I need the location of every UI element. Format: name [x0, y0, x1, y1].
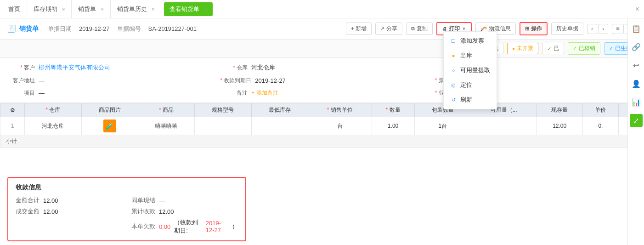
- amount-row: 金额合计 12.00: [16, 196, 122, 205]
- col-settings[interactable]: ⚙: [0, 103, 25, 117]
- date-label: 单据日期: [48, 25, 72, 33]
- next-button[interactable]: ›: [598, 24, 608, 34]
- col-product: 商品: [138, 103, 194, 117]
- warehouse-row: 仓库 河北仓库: [220, 63, 424, 72]
- window-close-button[interactable]: ×: [635, 5, 639, 13]
- same-order-value: —: [159, 197, 165, 204]
- sidebar-expand-icon[interactable]: ⤢: [630, 114, 643, 127]
- add-invoice-icon: ☐: [450, 38, 457, 44]
- row-image: 🧪: [81, 117, 138, 135]
- tab-sales[interactable]: 销货单 ×: [72, 0, 110, 18]
- project-label: 项目: [7, 89, 35, 97]
- menu-available-qty[interactable]: ○ 可用量提取: [444, 63, 497, 78]
- tab-history-close[interactable]: ×: [152, 6, 154, 12]
- menu-locate-label: 定位: [460, 81, 472, 89]
- locate-icon: ◎: [450, 82, 457, 88]
- copy-button[interactable]: ⧉ 复制: [406, 23, 433, 35]
- date-value: 2019-12-27: [79, 25, 110, 32]
- menu-outbound-label: 出库: [460, 51, 472, 60]
- deal-amount-label: 成交金额: [16, 207, 40, 216]
- tab-inventory-label: 库存期初: [34, 5, 57, 13]
- form-area: 客户 柳州粤港平安气体有限公司 仓库 河北仓库 业务员 演示账号 客户地址 — …: [0, 58, 644, 103]
- deal-amount-value: 12.00: [43, 208, 58, 215]
- refresh-icon: ↺: [450, 97, 457, 103]
- tab-home[interactable]: 首页: [4, 0, 27, 18]
- same-order-label: 同单现结: [131, 196, 155, 205]
- subtotal-row: 小计: [0, 135, 644, 148]
- col-qty: 数量: [372, 103, 414, 117]
- menu-refresh-label: 刷新: [460, 96, 472, 104]
- list-view-button[interactable]: ≡: [612, 24, 624, 34]
- sidebar-user-icon[interactable]: 👤: [630, 77, 643, 90]
- tab-history[interactable]: 销货单历史 ×: [111, 0, 161, 18]
- operations-button[interactable]: ⊞ 操作: [520, 22, 548, 35]
- payment-info-title: 收款信息: [16, 183, 238, 192]
- accumulated-value: 12.00: [159, 208, 174, 215]
- project-row: 项目 —: [7, 89, 211, 97]
- sidebar-chart-icon[interactable]: 📊: [630, 96, 643, 108]
- accumulated-row: 累计收款 12.00: [131, 207, 238, 216]
- row-spec: [195, 117, 251, 135]
- share-button[interactable]: ↗ 分享: [375, 23, 402, 35]
- row-pack-qty: 1台: [414, 117, 471, 135]
- col-image: 商品图片: [81, 103, 138, 117]
- amount-label: 金额合计: [16, 196, 40, 205]
- row-qty: 1.00: [372, 117, 414, 135]
- sidebar-link-icon[interactable]: 🔗: [630, 40, 643, 53]
- operations-label: 操作: [531, 25, 542, 33]
- tab-inventory-close[interactable]: ×: [62, 6, 65, 12]
- history-label: 历史单据: [556, 25, 578, 33]
- prev-button[interactable]: ‹: [587, 24, 597, 34]
- arrears-due-date: 2019-12-27: [206, 220, 228, 234]
- check-label: 已: [554, 45, 559, 52]
- tab-history-label: 销货单历史: [117, 5, 147, 13]
- tab-inventory[interactable]: 库存期初 ×: [27, 0, 72, 18]
- not-open-button[interactable]: ● 未开票: [507, 43, 538, 54]
- right-sidebar: 📋 🔗 ↩ 👤 📊 ⤢: [627, 18, 644, 245]
- menu-add-invoice[interactable]: ☐ 添加发票: [444, 34, 497, 48]
- tab-view-sales-close[interactable]: ×: [204, 6, 207, 12]
- table-header-row: ⚙ 仓库 商品图片 商品 规格型号 最低库存 销售单位 数量 包装数量 可用量（…: [0, 103, 644, 117]
- sidebar-return-icon[interactable]: ↩: [630, 59, 643, 72]
- add-note-label: + 添加备注: [251, 89, 278, 97]
- row-min-stock: [251, 117, 308, 135]
- row-num: 1: [0, 117, 25, 135]
- menu-refresh[interactable]: ↺ 刷新: [444, 92, 497, 107]
- doc-type: 🧾 销货单: [7, 24, 39, 33]
- subtotal-label: 小计: [0, 135, 644, 148]
- menu-locate[interactable]: ◎ 定位: [444, 78, 497, 92]
- customer-value[interactable]: 柳州粤港平安气体有限公司: [39, 63, 110, 72]
- due-date-value: 2019-12-27: [255, 77, 286, 84]
- copy-label: 复制: [417, 25, 428, 33]
- row-warehouse: 河北仓库: [25, 117, 81, 135]
- product-image: 🧪: [103, 120, 116, 132]
- menu-outbound[interactable]: ● 出库: [444, 48, 497, 63]
- arrears-label: 本单欠款: [131, 222, 155, 231]
- row-current-stock: 12.00: [537, 117, 583, 135]
- second-toolbar: 📱 来自手机 ● 未开票 ✓ 已 ✓ 已核销 ✓ 已生效: [0, 40, 644, 58]
- tab-bar: 首页 库存期初 × 销货单 × 销货单历史 × 查看销货单 × ×: [0, 0, 644, 18]
- history-button[interactable]: 历史单据: [551, 23, 583, 35]
- col-unit-price: 单价: [583, 103, 619, 117]
- menu-add-invoice-label: 添加发票: [460, 37, 484, 45]
- sold-out-label: 已核销: [579, 45, 595, 52]
- new-button[interactable]: + 新增: [346, 23, 372, 35]
- available-qty-icon: ○: [450, 67, 457, 74]
- add-note-button[interactable]: + 添加备注: [251, 89, 278, 97]
- doc-header: 🧾 销货单 单据日期 2019-12-27 单据编号 SA-20191227-0…: [0, 18, 644, 40]
- doc-type-label: 销货单: [19, 25, 39, 33]
- tab-view-sales[interactable]: 查看销货单 ×: [164, 2, 212, 16]
- col-spec: 规格型号: [195, 103, 251, 117]
- row-product: 嘻嘻嘻嘻: [138, 117, 194, 135]
- product-table: ⚙ 仓库 商品图片 商品 规格型号 最低库存 销售单位 数量 包装数量 可用量（…: [0, 103, 644, 148]
- arrears-value: 0.00: [159, 223, 170, 230]
- doc-meta: 单据日期 2019-12-27 单据编号 SA-20191227-001: [48, 25, 197, 33]
- check-button[interactable]: ✓ 已: [542, 43, 564, 54]
- col-unit: 销售单位: [308, 103, 372, 117]
- row-available: [471, 117, 537, 135]
- sold-out-button[interactable]: ✓ 已核销: [568, 42, 600, 55]
- tab-sales-close[interactable]: ×: [101, 6, 103, 12]
- table-row: 1 河北仓库 🧪 嘻嘻嘻嘻 台 1.00 1台 12.00 0.: [0, 117, 644, 135]
- col-min-stock: 最低库存: [251, 103, 308, 117]
- sidebar-clipboard-icon[interactable]: 📋: [630, 22, 643, 35]
